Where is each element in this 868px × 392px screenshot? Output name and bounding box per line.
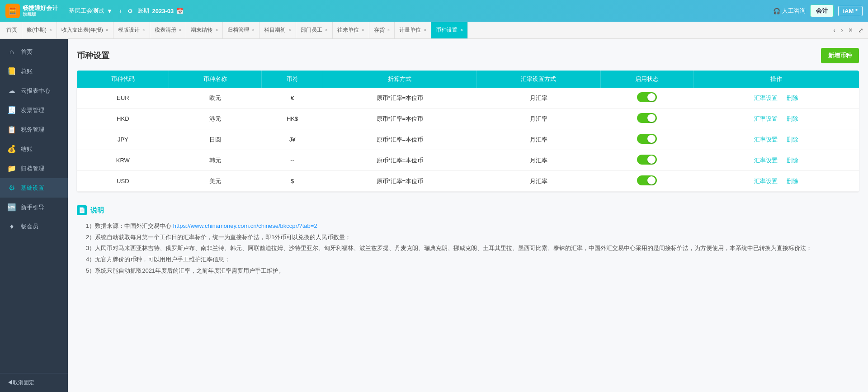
delete-JPY[interactable]: 删除 <box>787 136 798 143</box>
sidebar-item-home[interactable]: ⌂ 首页 <box>0 43 68 61</box>
toggle-USD[interactable] <box>637 175 657 185</box>
sidebar-item-tax[interactable]: 📋 税务管理 <box>0 120 68 139</box>
tab-currency[interactable]: 币种设置 × <box>431 22 468 38</box>
tab-period-end[interactable]: 期末结转 × <box>186 22 223 38</box>
settings-icon[interactable]: ⚙ <box>127 8 133 14</box>
cell-calc: 原币*汇率=本位币 <box>323 171 476 192</box>
col-name: 币种名称 <box>169 71 262 88</box>
cell-actions: 汇率设置 删除 <box>693 129 859 150</box>
tab-expand-icon[interactable]: ⤢ <box>855 27 866 34</box>
cell-code: HKD <box>77 109 169 129</box>
tab-customer-close[interactable]: × <box>362 28 364 33</box>
notes-icon: 📄 <box>77 205 87 215</box>
cell-toggle[interactable] <box>601 88 693 109</box>
tab-template-close[interactable]: × <box>142 28 145 33</box>
rate-setting-USD[interactable]: 汇率设置 <box>754 178 778 184</box>
sidebar-ledger-label: 总账 <box>21 67 33 76</box>
sidebar-pin[interactable]: ◀取消固定 <box>0 373 68 392</box>
sidebar-checkout-label: 结账 <box>21 145 33 153</box>
account-button[interactable]: 会计 <box>810 5 834 17</box>
tab-dept-close[interactable]: × <box>325 28 328 33</box>
cell-toggle[interactable] <box>601 109 693 129</box>
tab-income-label: 收入支出表(年报) <box>61 26 103 34</box>
ledger-icon: 📒 <box>7 67 16 76</box>
tab-tax[interactable]: 税表清册 × <box>150 22 187 38</box>
tab-unit[interactable]: 计量单位 × <box>395 22 431 38</box>
sidebar-guide-label: 新手引导 <box>21 203 44 212</box>
tab-inventory-close[interactable]: × <box>387 28 390 33</box>
toggle-HKD[interactable] <box>637 113 657 123</box>
sidebar-item-ledger[interactable]: 📒 总账 <box>0 61 68 81</box>
tab-home[interactable]: 首页 <box>2 22 22 38</box>
service-button[interactable]: 🎧 人工咨询 <box>773 7 806 15</box>
sidebar-item-checkout[interactable]: 💰 结账 <box>0 139 68 159</box>
tab-customer[interactable]: 往来单位 × <box>333 22 369 38</box>
tab-unit-close[interactable]: × <box>424 28 426 33</box>
add-company-icon[interactable]: + <box>119 8 123 14</box>
sidebar-item-invoice[interactable]: 🧾 发票管理 <box>0 100 68 120</box>
chevron-down-icon: ▼ <box>107 8 113 14</box>
sidebar-item-basic[interactable]: ⚙ 基础设置 <box>0 178 68 198</box>
tab-subject-label: 科目期初 <box>264 26 286 34</box>
sidebar-tax-label: 税务管理 <box>21 126 44 134</box>
delete-KRW[interactable]: 删除 <box>787 157 798 164</box>
toggle-KRW[interactable] <box>637 155 657 165</box>
tab-period-end-close[interactable]: × <box>215 28 218 33</box>
tab-tax-label: 税表清册 <box>155 26 176 34</box>
rate-setting-HKD[interactable]: 汇率设置 <box>754 115 778 122</box>
cell-toggle[interactable] <box>601 150 693 171</box>
calendar-icon[interactable]: 📅 <box>176 8 184 14</box>
rate-setting-JPY[interactable]: 汇率设置 <box>754 136 778 143</box>
rate-setting-EUR[interactable]: 汇率设置 <box>754 94 778 101</box>
delete-USD[interactable]: 删除 <box>787 178 798 184</box>
tab-next-icon[interactable]: › <box>838 27 846 34</box>
notes-title: 说明 <box>90 206 104 215</box>
table-row: EUR 欧元 € 原币*汇率=本位币 月汇率 汇率设置 删除 <box>77 88 859 109</box>
cell-rate-type: 月汇率 <box>476 109 600 129</box>
tab-dept[interactable]: 部门员工 × <box>296 22 333 38</box>
table-row: KRW 韩元 -- 原币*汇率=本位币 月汇率 汇率设置 删除 <box>77 150 859 171</box>
logo-icon: 🧮 <box>5 4 20 18</box>
tab-inventory[interactable]: 存货 × <box>369 22 395 38</box>
top-bar: 🧮 畅捷通好会计 旗舰版 基层工会测试 ▼ + ⚙ 账期 2023-03 📅 🎧… <box>0 0 868 22</box>
cell-toggle[interactable] <box>601 129 693 150</box>
headset-icon: 🎧 <box>773 8 780 14</box>
toggle-EUR[interactable] <box>637 92 657 102</box>
tab-currency-close[interactable]: × <box>460 28 463 33</box>
tab-income-close[interactable]: × <box>106 28 108 33</box>
tab-template[interactable]: 模版设计 × <box>113 22 150 38</box>
tab-prev-icon[interactable]: ‹ <box>830 27 838 34</box>
tab-tax-close[interactable]: × <box>179 28 182 33</box>
tab-archive[interactable]: 归档管理 × <box>223 22 259 38</box>
cell-rate-type: 月汇率 <box>476 129 600 150</box>
new-currency-button[interactable]: 新增币种 <box>821 48 859 63</box>
tab-period-close[interactable]: × <box>49 28 52 33</box>
sidebar-item-guide[interactable]: 🆕 新手引导 <box>0 198 68 217</box>
currency-table: 币种代码 币种名称 币符 折算方式 汇率设置方式 启用状态 操作 EUR 欧元 … <box>77 71 859 192</box>
toggle-knob <box>647 156 656 164</box>
cloud-icon: ☁ <box>7 86 16 95</box>
toggle-JPY[interactable] <box>637 134 657 144</box>
note-item-2: 2）系统自动获取每月第一个工作日的汇率标价，统一为直接标价法，即1外币可以兑换的… <box>86 232 859 243</box>
tab-inventory-label: 存货 <box>374 26 385 34</box>
tab-subject[interactable]: 科目期初 × <box>259 22 296 38</box>
note-item-3: 3）人民币对马来西亚林吉特、俄罗斯卢布、南非兰特、韩元、阿联酋迪拉姆、沙特里亚尔… <box>86 243 859 254</box>
sidebar-item-reports[interactable]: ☁ 云报表中心 <box>0 81 68 100</box>
sidebar-basic-label: 基础设置 <box>21 184 44 192</box>
tab-period-label: 账(中期) <box>27 26 47 34</box>
tab-archive-close[interactable]: × <box>252 28 255 33</box>
cell-code: KRW <box>77 150 169 171</box>
delete-EUR[interactable]: 删除 <box>787 94 798 101</box>
company-selector[interactable]: 基层工会测试 ▼ + ⚙ <box>69 7 133 15</box>
sidebar-item-member[interactable]: ♦ 畅会员 <box>0 217 68 236</box>
sidebar-item-archive[interactable]: 📁 归档管理 <box>0 159 68 178</box>
col-rate-type: 汇率设置方式 <box>476 71 600 88</box>
tab-period[interactable]: 账(中期) × <box>22 22 57 38</box>
tab-subject-close[interactable]: × <box>288 28 291 33</box>
delete-HKD[interactable]: 删除 <box>787 115 798 122</box>
notes-link[interactable]: https://www.chinamoney.com.cn/chinese/bk… <box>173 222 317 229</box>
rate-setting-KRW[interactable]: 汇率设置 <box>754 157 778 164</box>
cell-toggle[interactable] <box>601 171 693 192</box>
tab-income[interactable]: 收入支出表(年报) × <box>57 22 113 38</box>
tab-close-all-icon[interactable]: × <box>846 26 855 34</box>
